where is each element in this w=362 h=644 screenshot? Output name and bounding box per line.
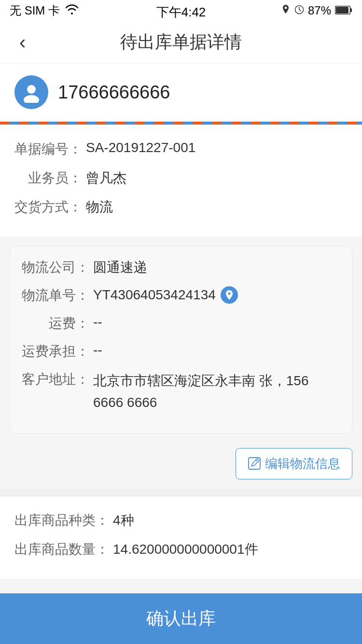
freight-value: -- [93, 314, 340, 330]
status-bar: 无 SIM 卡 下午4:42 87% [0, 0, 362, 21]
wifi-icon [65, 4, 79, 17]
salesperson-row: 业务员： 曾凡杰 [14, 169, 348, 187]
confirm-button[interactable]: 确认出库 [0, 607, 362, 630]
customer-header: 17666666666 [0, 64, 362, 121]
location-status-icon [281, 4, 291, 17]
stock-quantity-label: 出库商品数量： [14, 540, 109, 559]
battery-level: 87% [308, 4, 331, 17]
stock-quantity-value: 14.620000000000001件 [113, 540, 348, 559]
tracking-no-row: 物流单号： YT43064053424134 [22, 286, 340, 305]
back-button[interactable]: ‹ [14, 27, 30, 58]
edit-logistics-label: 编辑物流信息 [265, 455, 340, 472]
freight-bear-value: -- [93, 342, 340, 358]
svg-point-5 [24, 95, 39, 103]
clock-icon [294, 4, 304, 17]
edit-logistics-button[interactable]: 编辑物流信息 [236, 448, 352, 479]
salesperson-label: 业务员： [14, 169, 82, 187]
freight-label: 运费： [22, 314, 89, 333]
edit-icon [248, 457, 261, 470]
delivery-row: 交货方式： 物流 [14, 198, 348, 216]
gray-separator [0, 489, 362, 497]
freight-row: 运费： -- [22, 314, 340, 333]
confirm-button-area[interactable]: 确认出库 [0, 593, 362, 644]
order-no-value: SA-20191227-001 [86, 140, 348, 155]
nav-bar: ‹ 待出库单据详情 [0, 21, 362, 64]
status-bar-right: 87% [281, 4, 352, 17]
order-no-label: 单据编号： [14, 140, 82, 158]
page-title: 待出库单据详情 [120, 30, 242, 54]
stock-types-value: 4种 [113, 511, 348, 530]
stock-info-section: 出库商品种类： 4种 出库商品数量： 14.620000000000001件 [0, 497, 362, 579]
delivery-label: 交货方式： [14, 198, 82, 216]
logistics-company-value: 圆通速递 [93, 258, 340, 277]
svg-rect-2 [350, 8, 352, 12]
logistics-company-label: 物流公司： [22, 258, 89, 277]
tracking-no-label: 物流单号： [22, 286, 89, 305]
tracking-location-icon[interactable] [221, 286, 238, 304]
order-info-section: 单据编号： SA-20191227-001 业务员： 曾凡杰 交货方式： 物流 [0, 126, 362, 237]
svg-rect-3 [336, 7, 348, 14]
freight-bear-label: 运费承担： [22, 342, 89, 361]
carrier-label: 无 SIM 卡 [10, 3, 60, 18]
delivery-value: 物流 [86, 198, 348, 216]
svg-point-4 [27, 85, 36, 94]
salesperson-value: 曾凡杰 [86, 169, 348, 187]
stock-types-row: 出库商品种类： 4种 [14, 511, 348, 530]
logistics-card: 物流公司： 圆通速递 物流单号： YT43064053424134 运费： --… [10, 246, 352, 434]
stock-quantity-row: 出库商品数量： 14.620000000000001件 [14, 540, 348, 559]
stock-types-label: 出库商品种类： [14, 511, 109, 530]
battery-icon [335, 4, 352, 17]
dashed-divider [0, 122, 362, 125]
edit-logistics-area: 编辑物流信息 [0, 443, 362, 489]
status-bar-left: 无 SIM 卡 [10, 3, 79, 18]
tracking-no-value: YT43064053424134 [93, 286, 340, 304]
customer-phone: 17666666666 [58, 82, 170, 103]
freight-bear-row: 运费承担： -- [22, 342, 340, 361]
logistics-company-row: 物流公司： 圆通速递 [22, 258, 340, 277]
avatar [14, 75, 48, 109]
status-bar-time: 下午4:42 [156, 4, 206, 21]
address-value: 北京市市辖区海淀区永丰南 张，156 6666 6666 [93, 370, 340, 414]
order-no-row: 单据编号： SA-20191227-001 [14, 140, 348, 158]
address-label: 客户地址： [22, 370, 89, 389]
address-row: 客户地址： 北京市市辖区海淀区永丰南 张，156 6666 6666 [22, 370, 340, 414]
